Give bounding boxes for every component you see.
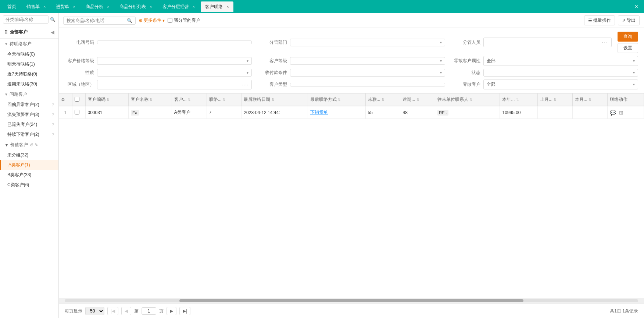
sort-icon: ⇅ [272,98,275,102]
status-select[interactable]: ▾ [483,69,638,77]
sidebar-item-class-a[interactable]: A类客户(1) [0,160,58,170]
last-month-col-header[interactable]: 上月... ⇅ [537,93,572,106]
section-pending-contact[interactable]: ▼ 待联络客户 [0,39,58,49]
overdue-col-header[interactable]: 逾期... ⇅ [400,93,435,106]
horizontal-scrollbar[interactable] [59,298,644,304]
close-icon[interactable]: × [193,4,195,9]
row-select-checkbox[interactable] [75,110,79,114]
sidebar-all-customers[interactable]: ⠿ 全部客户 ◀ [0,26,58,39]
close-all-button[interactable]: × [632,2,641,11]
next-page-button[interactable]: ▶ [167,307,176,315]
region-input[interactable]: ··· [97,80,252,89]
edit-icon[interactable]: ✎ [35,142,38,148]
contacts-col-header[interactable]: 往来单位联系人 ⇅ [435,93,500,106]
close-icon[interactable]: × [150,4,152,9]
my-customers-checkbox[interactable] [168,18,172,23]
name-col-header[interactable]: 客户名称 ⇅ [129,93,172,106]
batch-op-button[interactable]: ☰ 批量操作 [584,15,615,25]
nav-analysis[interactable]: 商品分析 × [81,1,114,12]
customer-grade-select[interactable]: ▾ [290,57,445,65]
section-value-customers: ▼ 价值客户 ↺ ✎ [0,139,58,150]
last-date-cell: 2023-04-12 14:44: [242,106,308,119]
close-icon[interactable]: × [43,4,46,9]
query-button[interactable]: 查询 [618,32,638,42]
sidebar-item-churned[interactable]: 已流失客户(24) ? [0,120,58,130]
phone-input[interactable] [97,40,252,44]
filter-row-3-2: 收付款条件 ▾ [258,69,445,77]
chevron-down-icon: ▾ [440,40,442,45]
refresh-icon[interactable]: ↺ [29,142,33,148]
sidebar-item-tomorrow[interactable]: 明天待联络(1) [0,59,58,69]
scrollbar-thumb[interactable] [179,299,523,302]
nav-home[interactable]: 首页 [3,1,21,12]
sidebar-item-declining[interactable]: 持续下滑客户(2) ? [0,130,58,139]
nav-purchase[interactable]: 进货单 × [51,1,79,12]
sidebar-item-7days[interactable]: 近7天待联络(0) [0,69,58,79]
customer-type-input[interactable] [290,83,445,86]
first-page-button[interactable]: |◀ [107,307,118,315]
nav-analysis-list[interactable]: 商品分析列表 × [115,1,156,12]
chat-icon[interactable]: 💬 [610,110,616,116]
chevron-down-icon: ▾ [440,71,442,75]
close-icon[interactable]: × [226,4,229,9]
sidebar-item-class-b[interactable]: B类客户(33) [0,170,58,180]
filter-search-box: 🔍 [63,17,136,25]
select-all-checkbox[interactable] [75,97,79,102]
arrow-icon: ▼ [4,92,8,96]
contact-count-cell: 7 [207,106,242,119]
search-icon[interactable]: 🔍 [127,18,132,23]
last-method-link[interactable]: 下销货单 [310,110,328,115]
main-content: 🔍 ⚙ 更多条件 ▾ 我分管的客户 ☰ 批量操作 ↗ 导出 [59,13,644,318]
person-input[interactable]: ··· [483,38,612,47]
retail-attr-select[interactable]: 全部 ▾ [483,56,638,66]
dept-select[interactable]: ▾ [290,39,445,46]
sort-icon: ⇅ [416,98,419,102]
close-icon[interactable]: × [107,4,109,9]
sidebar-item-class-c[interactable]: C类客户(6) [0,180,58,190]
sidebar-item-ungrouped[interactable]: 未分组(32) [0,150,58,160]
last-page-button[interactable]: ▶| [179,307,190,315]
collapse-icon[interactable]: ◀ [51,30,54,35]
sidebar-item-overdue[interactable]: 逾期未联络(30) [0,79,58,89]
action-cell: 💬 ⊞ [607,106,644,119]
last-date-col-header[interactable]: 最后联络日期 ⇅ [242,93,308,106]
pagination-bar: 每页显示 50 |◀ ◀ 第 页 ▶ ▶| 共1页 1条记录 [59,304,644,318]
filter-row-4-2: 客户类型 [258,80,445,89]
sidebar-search-input[interactable] [3,15,49,24]
sidebar-item-repeat-abnormal[interactable]: 回购异常客户(2) ? [0,100,58,110]
nav-customer-contact[interactable]: 客户联络 × [201,1,233,12]
retail-customer-select[interactable]: 全部 ▾ [483,80,638,89]
this-year-col-header[interactable]: 本年... ⇅ [500,93,538,106]
select-col-header [72,93,85,106]
this-month-cell [572,106,607,119]
settings-col-header[interactable]: ⚙ [59,93,72,106]
sidebar-item-churn-warning[interactable]: 流失预警客户(3) ? [0,110,58,120]
nature-select[interactable]: ▾ [97,69,252,77]
export-button[interactable]: ↗ 导出 [618,15,640,25]
search-icon[interactable]: 🔍 [50,17,56,22]
prev-page-button[interactable]: ◀ [121,307,131,315]
nav-customer-tier[interactable]: 客户分层经营 × [158,1,199,12]
code-col-header[interactable]: 客户编码 ⇅ [85,93,129,106]
sort-icon: ⇅ [223,98,226,102]
close-icon[interactable]: × [73,4,75,9]
qr-icon[interactable]: ⊞ [619,110,623,116]
type-col-header[interactable]: 客户... ⇅ [172,93,207,106]
page-size-select[interactable]: 50 [85,307,104,315]
last-method-col-header[interactable]: 最后联络方式 ⇅ [308,93,366,106]
more-conditions-button[interactable]: ⚙ 更多条件 ▾ [139,17,165,24]
contact-col-header[interactable]: 联络... ⇅ [207,93,242,106]
row-checkbox [72,106,85,119]
payment-select[interactable]: ▾ [290,69,445,77]
page-number-input[interactable] [142,307,156,315]
this-month-col-header[interactable]: 本月... ⇅ [572,93,607,106]
filter-search-input[interactable] [67,18,125,23]
section-problem-customers[interactable]: ▼ 问题客户 [0,89,58,100]
nav-sale[interactable]: 销售单 × [22,1,50,12]
sidebar-item-today[interactable]: 今天待联络(0) [0,49,58,59]
setting-button[interactable]: 设置 [618,43,638,53]
main-layout: 🔍 ⠿ 全部客户 ◀ ▼ 待联络客户 今天待联络(0) 明天待联络(1) 近7天… [0,13,644,318]
uncontacted-col-header[interactable]: 未联... ⇅ [365,93,400,106]
price-grade-select[interactable]: ▾ [97,57,252,65]
filter-row-2-3: 零散客户属性 全部 ▾ [451,56,638,66]
